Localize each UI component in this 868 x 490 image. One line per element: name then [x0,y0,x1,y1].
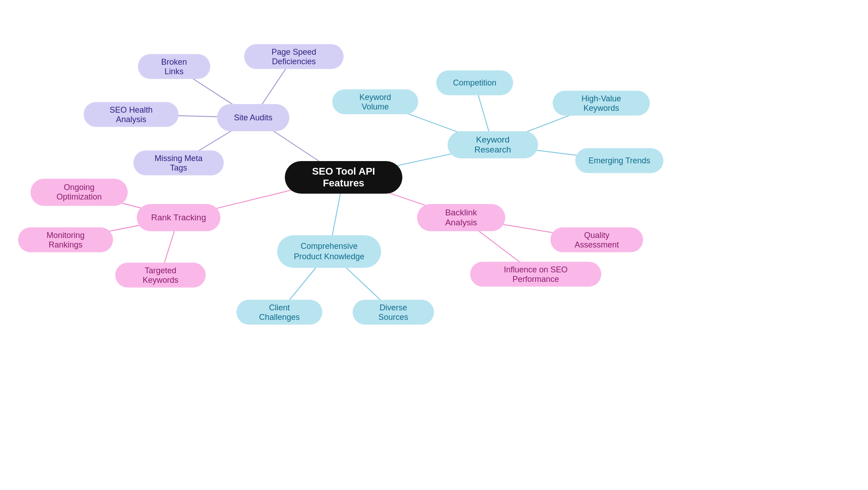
diverse-sources-node: Diverse Sources [353,300,434,325]
seo-health-node: SEO Health Analysis [84,102,179,127]
comp-product-node: Comprehensive Product Knowledge [277,235,381,268]
keyword-research-node: Keyword Research [448,131,538,158]
quality-assessment-node: Quality Assessment [551,228,643,252]
influence-seo-node: Influence on SEO Performance [470,262,601,287]
keyword-volume-node: Keyword Volume [332,90,418,114]
backlink-analysis-node: Backlink Analysis [417,204,505,231]
high-value-node: High-Value Keywords [553,91,650,116]
page-speed-node: Page Speed Deficiencies [244,44,344,69]
emerging-trends-node: Emerging Trends [576,148,664,173]
ongoing-opt-node: Ongoing Optimization [31,179,128,206]
targeted-keywords-node: Targeted Keywords [115,263,206,288]
competition-node: Competition [436,71,513,95]
site-audits-node: Site Audits [217,104,289,131]
center-node: SEO Tool API Features [285,161,402,194]
client-challenges-node: Client Challenges [236,300,322,325]
broken-links-node: Broken Links [138,54,210,79]
missing-meta-node: Missing Meta Tags [133,151,224,176]
monitoring-node: Monitoring Rankings [18,228,113,252]
rank-tracking-node: Rank Tracking [137,204,221,231]
